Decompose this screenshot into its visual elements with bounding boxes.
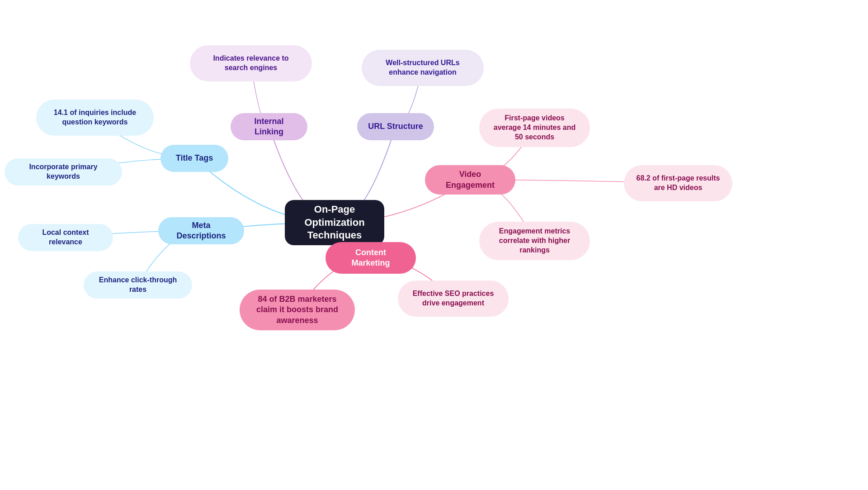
content-child1: 84 of B2B marketers claim it boosts bran… xyxy=(240,290,355,330)
video-child2: 68.2 of first-page results are HD videos xyxy=(624,165,732,201)
content-child2: Effective SEO practices drive engagement xyxy=(398,281,509,317)
title-tags-child1: 14.1 of inquiries include question keywo… xyxy=(36,100,154,136)
video-child1: First-page videos average 14 minutes and… xyxy=(479,109,590,147)
title-tags-label: Title Tags xyxy=(176,153,213,163)
video-engagement-node: Video Engagement xyxy=(425,165,515,195)
video-child3: Engagement metrics correlate with higher… xyxy=(479,222,590,260)
meta-descriptions-node: Meta Descriptions xyxy=(158,217,244,244)
title-tags-node: Title Tags xyxy=(160,145,228,172)
title-tags-child2: Incorporate primary keywords xyxy=(5,158,122,186)
content-marketing-node: Content Marketing xyxy=(326,242,416,274)
internal-linking-child1: Indicates relevance to search engines xyxy=(190,45,312,81)
center-label: On-Page Optimization Techniques xyxy=(296,203,373,242)
meta-desc-child2: Enhance click-through rates xyxy=(84,271,192,299)
center-node: On-Page Optimization Techniques xyxy=(285,200,384,245)
url-structure-child1: Well-structured URLs enhance navigation xyxy=(362,50,484,86)
mind-map-container: On-Page Optimization Techniques Title Ta… xyxy=(0,0,868,490)
meta-desc-child1: Local context relevance xyxy=(18,224,113,251)
url-structure-node: URL Structure xyxy=(357,113,434,140)
internal-linking-node: Internal Linking xyxy=(231,113,307,140)
